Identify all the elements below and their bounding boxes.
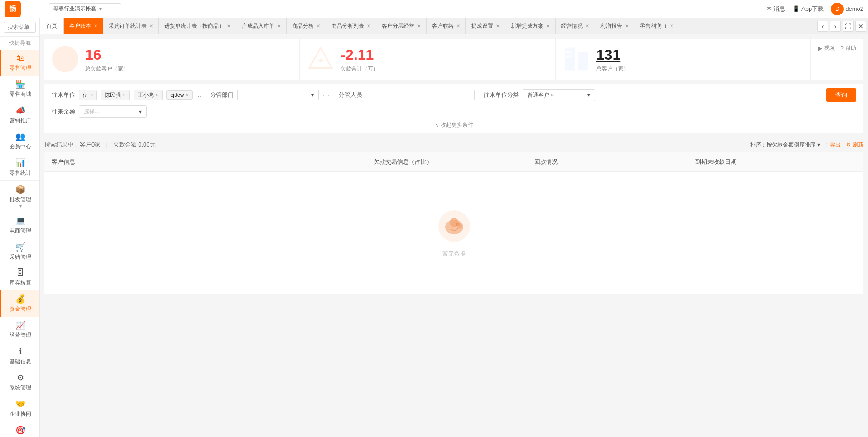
sidebar-item-inventory[interactable]: 🗄 库存核算 bbox=[0, 265, 39, 290]
stats-bar: ¥ 16 总欠款客户（家） ✦ -2.11 欠款合计（万） bbox=[44, 39, 863, 80]
system-selector[interactable]: 母婴行业演示帐套 ▾ bbox=[49, 3, 121, 14]
tab-goods-analysis-list[interactable]: 商品分析列表 ✕ bbox=[326, 18, 376, 34]
stat-owe-amount-value: -2.11 bbox=[340, 46, 546, 63]
table-header: 客户信息 欠款交易信息（占比） 回款情况 到期未收款日期 bbox=[44, 152, 863, 172]
export-icon: ↑ bbox=[825, 142, 828, 148]
help-links: ▶ 视频 ? 帮助 bbox=[811, 39, 863, 80]
right-actions: 排序：按欠款金额倒序排序 ▾ ↑ 导出 ↻ 刷新 bbox=[750, 141, 863, 149]
unit-category-select[interactable]: 普通客户 × ▾ bbox=[523, 89, 595, 101]
nav-close-all-button[interactable]: ✕ bbox=[855, 21, 866, 32]
close-icon[interactable]: ✕ bbox=[585, 24, 589, 28]
dept-more-icon[interactable]: ⋯ bbox=[322, 91, 330, 100]
close-icon[interactable]: ✕ bbox=[496, 24, 499, 28]
svg-text:✦: ✦ bbox=[317, 55, 325, 65]
tab-customer-tier[interactable]: 客户分层经营 ✕ bbox=[376, 18, 427, 34]
sort-select[interactable]: 排序：按欠款金额倒序排序 ▾ bbox=[750, 141, 820, 149]
sidebar-item-label: 企业协同 bbox=[10, 410, 31, 418]
remove-normal-customer-button[interactable]: × bbox=[551, 92, 554, 98]
stat-total-customers: 131 总客户（家） bbox=[556, 39, 811, 80]
sidebar-item-purchase[interactable]: 🛒 采购管理 bbox=[0, 238, 39, 265]
unit-category-label: 往来单位分类 bbox=[484, 91, 519, 99]
close-icon[interactable]: ✕ bbox=[670, 24, 673, 28]
tab-profit-report[interactable]: 利润报告 ✕ bbox=[595, 18, 634, 34]
remove-wu-button[interactable]: × bbox=[90, 92, 93, 98]
tab-purchase-order[interactable]: 采购订单统计表 ✕ bbox=[103, 18, 159, 34]
system-name: 母婴行业演示帐套 bbox=[53, 5, 96, 13]
tab-retail-profit[interactable]: 零售利润（ ✕ bbox=[634, 18, 679, 34]
nav-prev-button[interactable]: ‹ bbox=[817, 21, 828, 32]
stat-owe-customers-label: 总欠款客户（家） bbox=[85, 65, 290, 73]
tab-operation[interactable]: 经营情况 ✕ bbox=[556, 18, 595, 34]
dept-select[interactable]: ▾ bbox=[237, 90, 319, 100]
chevron-down-icon: ▾ bbox=[99, 6, 102, 12]
close-icon[interactable]: ✕ bbox=[456, 24, 460, 28]
nav-next-button[interactable]: › bbox=[830, 21, 841, 32]
tab-customer-contact[interactable]: 客户联络 ✕ bbox=[427, 18, 466, 34]
sidebar-item-label: 库存核算 bbox=[10, 279, 31, 287]
close-icon[interactable]: ✕ bbox=[546, 24, 550, 28]
stat-total-customers-value: 131 bbox=[596, 46, 801, 63]
sidebar-item-wholesale[interactable]: 📦 批发管理 ▾ bbox=[0, 181, 39, 212]
sidebar-item-newbie[interactable]: 🎯 新手引导 bbox=[0, 422, 39, 437]
stat-owe-amount: ✦ -2.11 欠款合计（万） bbox=[300, 39, 555, 80]
wholesale-icon: 📦 bbox=[15, 185, 25, 195]
person-select[interactable]: ⋯ bbox=[366, 90, 475, 100]
filter-tag-wu: 伍 × bbox=[79, 90, 97, 100]
sidebar-item-enterprise[interactable]: 🤝 企业协同 bbox=[0, 395, 39, 422]
tab-product-in[interactable]: 产成品入库单 ✕ bbox=[236, 18, 287, 34]
remove-wang-button[interactable]: × bbox=[156, 92, 158, 98]
tab-accounts[interactable]: 客户账本 ✕ bbox=[64, 18, 103, 34]
stat-total-customers-label: 总客户（家） bbox=[596, 65, 801, 73]
app-download-button[interactable]: 📱 App下载 bbox=[792, 5, 824, 13]
sidebar-item-sys-mgmt[interactable]: ⚙ 系统管理 bbox=[0, 369, 39, 395]
mall-icon: 🏪 bbox=[15, 79, 25, 89]
settings-icon: ⚙ bbox=[17, 373, 24, 383]
avatar: D bbox=[831, 3, 844, 15]
sidebar-nav-label[interactable]: 快捷导航 bbox=[0, 37, 39, 50]
main-content: ¥ 16 总欠款客户（家） ✦ -2.11 欠款合计（万） bbox=[40, 34, 868, 437]
nav-expand-button[interactable]: ⛶ bbox=[843, 21, 854, 32]
tab-prompt-settings[interactable]: 提成设置 ✕ bbox=[466, 18, 505, 34]
sidebar-item-base-info[interactable]: ℹ 基础信息 bbox=[0, 343, 39, 369]
tab-purchase-stats[interactable]: 进货单统计表（按商品） ✕ bbox=[159, 18, 236, 34]
export-button[interactable]: ↑ 导出 bbox=[825, 141, 841, 149]
close-icon[interactable]: ✕ bbox=[94, 24, 97, 28]
user-menu-button[interactable]: D demo2 bbox=[831, 3, 863, 15]
balance-select[interactable]: 选择... ▾ bbox=[79, 105, 147, 118]
svg-rect-6 bbox=[566, 51, 569, 53]
sidebar-item-retail-mall[interactable]: 🏪 零售商城 bbox=[0, 76, 39, 102]
sidebar-item-retail-stats[interactable]: 📊 零售统计 bbox=[0, 154, 39, 180]
search-input[interactable] bbox=[4, 22, 36, 33]
sidebar: 快捷导航 🛍 零售管理 🏪 零售商城 📣 营销推广 👥 会员中心 📊 零售统计 … bbox=[0, 18, 40, 437]
remove-chen-button[interactable]: × bbox=[123, 92, 125, 98]
message-button[interactable]: ✉ 消息 bbox=[767, 5, 785, 13]
video-link[interactable]: ▶ 视频 bbox=[818, 44, 835, 52]
close-icon[interactable]: ✕ bbox=[227, 24, 230, 28]
results-divider: | bbox=[106, 142, 107, 148]
tab-new-promo[interactable]: 新增提成方案 ✕ bbox=[505, 18, 556, 34]
close-icon[interactable]: ✕ bbox=[367, 24, 370, 28]
close-icon[interactable]: ✕ bbox=[417, 24, 421, 28]
sidebar-item-member[interactable]: 👥 会员中心 bbox=[0, 128, 39, 154]
sidebar-item-retail-mgmt[interactable]: 🛍 零售管理 bbox=[0, 50, 39, 76]
dept-label: 分管部门 bbox=[210, 91, 234, 99]
sidebar-item-operations[interactable]: 📈 经营管理 bbox=[0, 317, 39, 343]
top-header: 畅 母婴行业演示帐套 ▾ ✉ 消息 📱 App下载 D demo2 bbox=[0, 0, 868, 18]
tab-goods-analysis[interactable]: 商品分析 ✕ bbox=[287, 18, 326, 34]
query-button[interactable]: 查询 bbox=[826, 88, 856, 102]
close-icon[interactable]: ✕ bbox=[277, 24, 281, 28]
person-more-icon[interactable]: ⋯ bbox=[464, 92, 470, 98]
sidebar-item-ecommerce[interactable]: 💻 电商管理 bbox=[0, 212, 39, 238]
close-icon[interactable]: ✕ bbox=[625, 24, 628, 28]
sidebar-item-finance[interactable]: 💰 资金管理 bbox=[0, 290, 39, 317]
sidebar-item-marketing[interactable]: 📣 营销推广 bbox=[0, 102, 39, 128]
close-icon[interactable]: ✕ bbox=[149, 24, 153, 28]
svg-text:¥: ¥ bbox=[62, 52, 68, 65]
filter-more-tags[interactable]: ... bbox=[197, 92, 201, 98]
remove-cjttcw-button[interactable]: × bbox=[186, 92, 188, 98]
help-link[interactable]: ? 帮助 bbox=[840, 44, 856, 52]
tab-home[interactable]: 首页 bbox=[40, 18, 64, 34]
refresh-button[interactable]: ↻ 刷新 bbox=[846, 141, 863, 149]
collapse-button[interactable]: ∧ 收起更多条件 bbox=[435, 121, 473, 129]
close-icon[interactable]: ✕ bbox=[317, 24, 320, 28]
